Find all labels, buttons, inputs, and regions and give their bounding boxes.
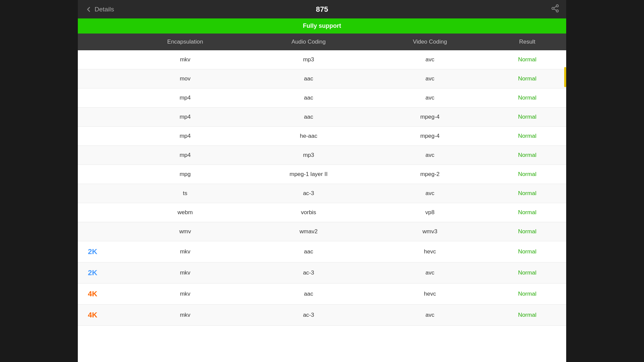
encapsulation-cell: mov xyxy=(125,69,246,88)
encapsulation-cell: mkv xyxy=(125,284,246,305)
table-row: webmvorbisvp8Normal xyxy=(78,203,566,222)
result-cell: Normal xyxy=(488,88,566,108)
col-header-badge xyxy=(78,34,125,50)
badge-cell xyxy=(78,184,125,203)
video-cell: avc xyxy=(372,88,488,108)
audio-cell: vorbis xyxy=(246,203,372,222)
header-bar: Details 875 xyxy=(78,0,566,18)
audio-cell: aac xyxy=(246,284,372,305)
audio-cell: wmav2 xyxy=(246,222,372,241)
table-row: mpgmpeg-1 layer IImpeg-2Normal xyxy=(78,165,566,184)
encapsulation-cell: mkv xyxy=(125,305,246,326)
video-cell: hevc xyxy=(372,284,488,305)
svg-point-2 xyxy=(556,10,558,12)
col-header-video: Video Coding xyxy=(372,34,488,50)
audio-cell: aac xyxy=(246,88,372,108)
header-count: 875 xyxy=(316,5,328,14)
badge-cell xyxy=(78,127,125,146)
audio-cell: ac-3 xyxy=(246,305,372,326)
encapsulation-cell: mp4 xyxy=(125,108,246,127)
badge-4k: 4K xyxy=(88,290,97,298)
badge-cell xyxy=(78,88,125,108)
badge-cell xyxy=(78,165,125,184)
result-cell: Normal xyxy=(488,165,566,184)
result-cell: Normal xyxy=(488,50,566,69)
svg-point-1 xyxy=(552,7,554,10)
badge-cell xyxy=(78,203,125,222)
encapsulation-cell: webm xyxy=(125,203,246,222)
col-header-encapsulation: Encapsulation xyxy=(125,34,246,50)
table-row: 4Kmkvac-3avcNormal xyxy=(78,305,566,326)
badge-cell xyxy=(78,108,125,127)
table-row: movaacavcNormal xyxy=(78,69,566,88)
audio-cell: mpeg-1 layer II xyxy=(246,165,372,184)
result-cell: Normal xyxy=(488,69,566,88)
app-container: Details 875 Fully support Encapsulation … xyxy=(78,0,566,362)
result-cell: Normal xyxy=(488,262,566,284)
badge-cell xyxy=(78,222,125,241)
table-row: 2Kmkvac-3avcNormal xyxy=(78,262,566,284)
video-cell: avc xyxy=(372,69,488,88)
table-row: wmvwmav2wmv3Normal xyxy=(78,222,566,241)
result-cell: Normal xyxy=(488,203,566,222)
support-banner: Fully support xyxy=(78,18,566,34)
result-cell: Normal xyxy=(488,146,566,165)
result-cell: Normal xyxy=(488,284,566,305)
encapsulation-cell: mpg xyxy=(125,165,246,184)
encapsulation-cell: mp4 xyxy=(125,146,246,165)
badge-cell xyxy=(78,69,125,88)
audio-cell: he-aac xyxy=(246,127,372,146)
table-row: mp4mp3avcNormal xyxy=(78,146,566,165)
result-cell: Normal xyxy=(488,222,566,241)
scroll-indicator xyxy=(564,67,566,87)
result-cell: Normal xyxy=(488,108,566,127)
badge-4k: 4K xyxy=(88,311,97,319)
encapsulation-cell: mp4 xyxy=(125,88,246,108)
video-cell: avc xyxy=(372,184,488,203)
badge-2k: 2K xyxy=(88,247,97,256)
share-button[interactable] xyxy=(551,4,559,14)
audio-cell: ac-3 xyxy=(246,262,372,284)
table-container: Encapsulation Audio Coding Video Coding … xyxy=(78,34,566,360)
svg-line-3 xyxy=(554,9,556,10)
back-button[interactable]: Details xyxy=(85,5,114,13)
back-icon xyxy=(85,5,93,13)
audio-cell: aac xyxy=(246,69,372,88)
result-cell: Normal xyxy=(488,184,566,203)
col-header-result: Result xyxy=(488,34,566,50)
video-cell: avc xyxy=(372,305,488,326)
table-row: mkvmp3avcNormal xyxy=(78,50,566,69)
audio-cell: mp3 xyxy=(246,146,372,165)
audio-cell: aac xyxy=(246,241,372,262)
svg-point-0 xyxy=(556,5,558,7)
col-header-audio: Audio Coding xyxy=(246,34,372,50)
video-cell: avc xyxy=(372,262,488,284)
video-cell: mpeg-2 xyxy=(372,165,488,184)
encapsulation-cell: mkv xyxy=(125,241,246,262)
badge-cell: 4K xyxy=(78,284,125,305)
badge-cell: 2K xyxy=(78,241,125,262)
audio-cell: aac xyxy=(246,108,372,127)
video-cell: avc xyxy=(372,50,488,69)
video-cell: wmv3 xyxy=(372,222,488,241)
video-cell: avc xyxy=(372,146,488,165)
badge-cell: 4K xyxy=(78,305,125,326)
video-cell: hevc xyxy=(372,241,488,262)
video-cell: vp8 xyxy=(372,203,488,222)
data-table: Encapsulation Audio Coding Video Coding … xyxy=(78,34,566,326)
result-cell: Normal xyxy=(488,305,566,326)
table-row: mp4he-aacmpeg-4Normal xyxy=(78,127,566,146)
encapsulation-cell: mkv xyxy=(125,262,246,284)
audio-cell: mp3 xyxy=(246,50,372,69)
result-cell: Normal xyxy=(488,127,566,146)
video-cell: mpeg-4 xyxy=(372,127,488,146)
table-row: 4KmkvaachevcNormal xyxy=(78,284,566,305)
video-cell: mpeg-4 xyxy=(372,108,488,127)
badge-cell xyxy=(78,146,125,165)
details-label: Details xyxy=(95,6,114,13)
encapsulation-cell: wmv xyxy=(125,222,246,241)
share-icon xyxy=(551,4,559,13)
badge-cell xyxy=(78,50,125,69)
badge-2k: 2K xyxy=(88,268,97,277)
encapsulation-cell: mkv xyxy=(125,50,246,69)
